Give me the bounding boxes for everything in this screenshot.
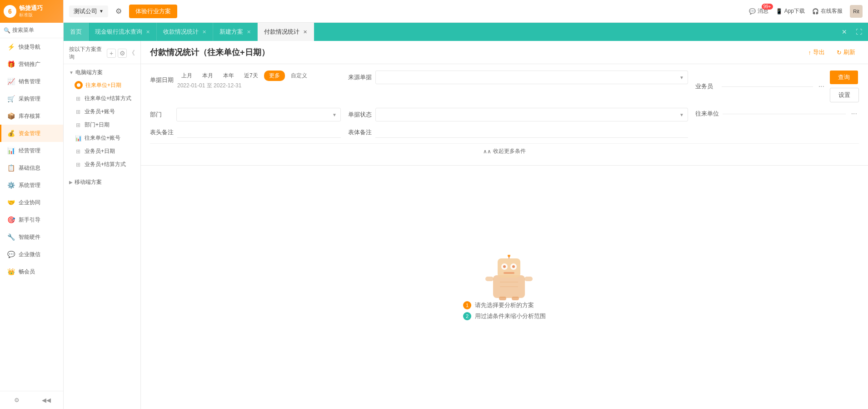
table-icon: ⊞ bbox=[75, 95, 82, 102]
online-service-label: 在线客服 bbox=[821, 7, 843, 15]
scheme-item-unit-settle[interactable]: ⊞ 往来单位+结算方式 bbox=[64, 92, 140, 105]
sidebar-item-hardware[interactable]: 🔧 智能硬件 bbox=[0, 228, 63, 246]
purchase-icon: 🛒 bbox=[7, 95, 15, 103]
avatar-text: Rit bbox=[850, 5, 863, 18]
export-icon: ↑ bbox=[808, 49, 812, 56]
user-avatar[interactable]: Rit bbox=[850, 5, 863, 18]
header-note-input[interactable] bbox=[177, 127, 341, 138]
sidebar-item-label: 新手引导 bbox=[19, 216, 40, 224]
tab-payment-stats-label: 付款情况统计 bbox=[264, 28, 299, 36]
sidebar-item-basic[interactable]: 📋 基础信息 bbox=[0, 159, 63, 177]
online-service-btn[interactable]: 🎧 在线客服 bbox=[812, 7, 843, 15]
sidebar-item-inventory[interactable]: 📦 库存核算 bbox=[0, 107, 63, 125]
sidebar-item-system[interactable]: ⚙️ 系统管理 bbox=[0, 177, 63, 194]
sidebar-item-label: 智能硬件 bbox=[19, 233, 40, 241]
tab-bank-flow[interactable]: 现金银行流水查询 ✕ bbox=[89, 23, 157, 41]
docstatus-select[interactable]: ▼ bbox=[375, 108, 688, 121]
date-btn-7days[interactable]: 近7天 bbox=[240, 71, 262, 81]
filter-date-item: 单据日期 上月 本月 本年 近7天 更多 自定义 2022-01-01 至 20… bbox=[150, 71, 341, 90]
empty-tip-1: 1 请先选择要分析的方案 bbox=[463, 301, 546, 309]
guide-icon: 🎯 bbox=[7, 216, 15, 224]
sidebar-collapse-btn[interactable]: ◀◀ bbox=[34, 395, 60, 405]
staff-filter-more-btn[interactable]: ··· bbox=[817, 81, 826, 92]
query-btn[interactable]: 查询 bbox=[830, 71, 858, 84]
scheme-item-dept-date[interactable]: ⊞ 部门+日期 bbox=[64, 118, 140, 131]
sidebar-item-purchase[interactable]: 🛒 采购管理 bbox=[0, 90, 63, 107]
tab-new-scheme-close[interactable]: ✕ bbox=[247, 29, 251, 35]
filter-settings-btn[interactable]: 设置 bbox=[830, 88, 859, 102]
sidebar-item-member[interactable]: 👑 畅会员 bbox=[0, 263, 63, 280]
scheme-group-desktop-header[interactable]: ▼ 电脑端方案 bbox=[64, 67, 140, 78]
sidebar-item-guide[interactable]: 🎯 新手引导 bbox=[0, 211, 63, 228]
date-btn-this-month[interactable]: 本月 bbox=[198, 71, 217, 81]
date-btn-custom[interactable]: 自定义 bbox=[287, 71, 311, 81]
content-area: 按以下方案查询 + ⚙ 《 ▼ 电脑端方案 往来单位+日期 ⊞ bbox=[64, 41, 868, 409]
sidebar-item-operation[interactable]: 📊 经营管理 bbox=[0, 142, 63, 159]
page-header-actions: ↑ 导出 ↻ 刷新 bbox=[805, 46, 859, 58]
partner-filter-more-btn[interactable]: ··· bbox=[849, 108, 859, 120]
app-download-btn[interactable]: 📱 App下载 bbox=[776, 7, 805, 15]
sidebar-item-quick-nav[interactable]: ⚡ 快捷导航 bbox=[0, 38, 63, 56]
topbar-settings-btn[interactable]: ⚙ bbox=[112, 5, 125, 18]
tab-maximize-btn[interactable]: ⛶ bbox=[853, 26, 864, 37]
data-area: 1 请先选择要分析的方案 2 用过滤条件来缩小分析范围 bbox=[141, 166, 868, 409]
quick-nav-icon: ⚡ bbox=[7, 43, 15, 51]
table-icon: ⊞ bbox=[75, 161, 82, 168]
date-btn-this-year[interactable]: 本年 bbox=[219, 71, 238, 81]
sidebar-item-label: 资金管理 bbox=[19, 130, 40, 137]
scheme-item-staff-date[interactable]: ⊞ 业务员+日期 bbox=[64, 145, 140, 158]
inventory-icon: 📦 bbox=[7, 112, 15, 120]
sidebar-item-wechat[interactable]: 💬 企业微信 bbox=[0, 246, 63, 263]
scheme-item-label: 业务员+账号 bbox=[85, 108, 115, 116]
filter-row-2: 部门 ▼ 单据状态 ▼ 往来单位 bbox=[150, 108, 859, 121]
export-label: 导出 bbox=[813, 48, 825, 56]
body-note-input[interactable] bbox=[375, 127, 688, 138]
collapse-more-btn[interactable]: ∧∧ 收起更多条件 bbox=[150, 143, 859, 159]
svg-point-8 bbox=[508, 255, 510, 257]
tab-new-scheme[interactable]: 新建方案 ✕ bbox=[213, 23, 258, 41]
tab-new-scheme-label: 新建方案 bbox=[219, 28, 243, 36]
sidebar-item-capital[interactable]: 💰 资金管理 bbox=[0, 125, 63, 142]
export-btn[interactable]: ↑ 导出 bbox=[805, 46, 829, 58]
trial-btn[interactable]: 体验行业方案 bbox=[129, 5, 177, 18]
empty-tip-1-text: 请先选择要分析的方案 bbox=[475, 301, 534, 309]
scheme-group-mobile-header[interactable]: ▶ 移动端方案 bbox=[64, 177, 140, 188]
sidebar-item-sales[interactable]: 📈 销售管理 bbox=[0, 73, 63, 90]
sidebar-item-marketing[interactable]: 🎁 营销推广 bbox=[0, 56, 63, 73]
date-btn-last-month[interactable]: 上月 bbox=[177, 71, 196, 81]
notification-badge: 99+ bbox=[762, 4, 773, 10]
refresh-label: 刷新 bbox=[843, 48, 855, 56]
tab-payment-stats[interactable]: 付款情况统计 ✕ bbox=[258, 23, 314, 41]
scheme-add-btn[interactable]: + bbox=[107, 49, 116, 58]
tab-bank-flow-close[interactable]: ✕ bbox=[146, 29, 150, 35]
filter-area: 单据日期 上月 本月 本年 近7天 更多 自定义 2022-01-01 至 20… bbox=[141, 64, 868, 166]
member-icon: 👑 bbox=[7, 268, 15, 276]
sidebar-item-enterprise[interactable]: 🤝 企业协同 bbox=[0, 194, 63, 211]
notifications-btn[interactable]: 💬 消息 99+ bbox=[749, 7, 768, 15]
table-icon: ⊞ bbox=[75, 121, 82, 129]
company-name: 测试公司 bbox=[74, 7, 97, 15]
scheme-item-unit-date[interactable]: 往来单位+日期 bbox=[64, 78, 140, 92]
tab-close-all-btn[interactable]: ✕ bbox=[839, 26, 850, 37]
source-select[interactable]: ▼ bbox=[375, 71, 688, 84]
tab-receipt-stats[interactable]: 收款情况统计 ✕ bbox=[157, 23, 213, 41]
dept-select[interactable]: ▼ bbox=[176, 108, 341, 121]
sidebar-item-label: 企业协同 bbox=[19, 199, 40, 207]
sidebar-item-label: 采购管理 bbox=[19, 95, 40, 103]
sidebar-settings-btn[interactable]: ⚙ bbox=[4, 395, 30, 405]
page-header: 付款情况统计（往来单位+日期） ↑ 导出 ↻ 刷新 bbox=[141, 41, 868, 64]
tab-receipt-stats-close[interactable]: ✕ bbox=[202, 29, 206, 35]
tab-payment-stats-close[interactable]: ✕ bbox=[303, 29, 307, 35]
scheme-item-staff-account[interactable]: ⊞ 业务员+账号 bbox=[64, 105, 140, 118]
tab-home[interactable]: 首页 bbox=[64, 23, 89, 41]
scheme-item-staff-settle[interactable]: ⊞ 业务员+结算方式 bbox=[64, 158, 140, 171]
scheme-item-unit-account[interactable]: 📊 往来单位+账号 bbox=[64, 131, 140, 145]
refresh-btn[interactable]: ↻ 刷新 bbox=[833, 46, 859, 58]
scheme-settings-btn[interactable]: ⚙ bbox=[118, 49, 127, 58]
scheme-panel-collapse-btn[interactable]: 《 bbox=[129, 49, 135, 57]
search-menu[interactable]: 🔍 搜索菜单 bbox=[0, 23, 63, 38]
scheme-item-label: 业务员+结算方式 bbox=[85, 161, 126, 168]
company-selector[interactable]: 测试公司 ▼ bbox=[69, 5, 108, 17]
filter-row-3: 表头备注 表体备注 bbox=[150, 127, 859, 138]
date-btn-more[interactable]: 更多 bbox=[264, 71, 285, 81]
